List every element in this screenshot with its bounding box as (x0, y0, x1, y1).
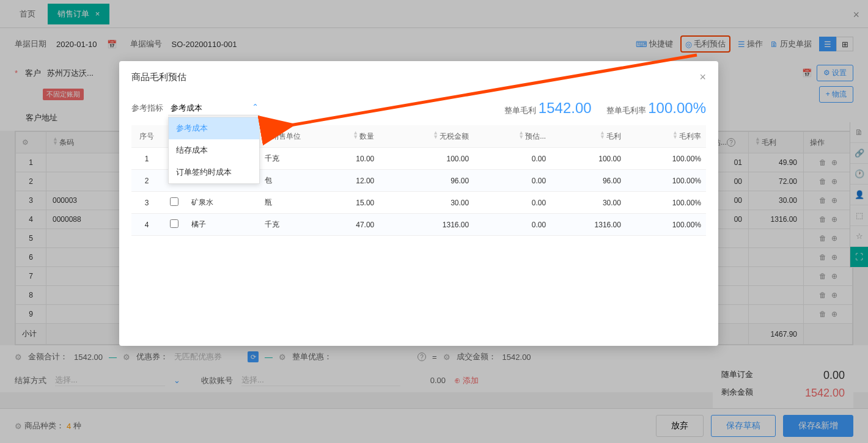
cell-est: 0.00 (474, 170, 551, 192)
total-rate-label: 整单毛利率 (606, 106, 646, 115)
cell-amount: 30.00 (379, 192, 474, 214)
col-unit[interactable]: 销售单位 (260, 125, 315, 148)
modal-summary: 整单毛利 1542.00 整单毛利率 100.00% (504, 100, 706, 117)
cell-est: 0.00 (474, 214, 551, 236)
sort-icon (433, 131, 438, 139)
cell-profit: 30.00 (551, 192, 626, 214)
row-checkbox[interactable] (170, 197, 178, 206)
sort-icon (265, 131, 270, 139)
sort-icon (353, 131, 358, 139)
total-profit-label: 整单毛利 (504, 106, 536, 115)
indicator-dropdown[interactable]: ⌄ 参考成本 结存成本 订单签约时成本 (168, 101, 260, 115)
indicator-label: 参考指标 (131, 103, 163, 114)
col-qty[interactable]: 数量 (315, 125, 379, 148)
cell-profit: 1316.00 (551, 214, 626, 236)
table-row[interactable]: 4 橘子 千克 47.00 1316.00 0.00 1316.00 100.0… (131, 214, 706, 236)
cell-amount: 96.00 (379, 170, 474, 192)
cell-amount: 1316.00 (379, 214, 474, 236)
cell-name: 橘子 (186, 214, 260, 236)
chevron-down-icon[interactable]: ⌄ (252, 102, 259, 111)
dropdown-option[interactable]: 结存成本 (169, 139, 259, 161)
cell-unit: 包 (260, 170, 315, 192)
col-profit[interactable]: 毛利 (551, 125, 626, 148)
cell-qty: 12.00 (315, 170, 379, 192)
col-est[interactable]: 预估... (474, 125, 551, 148)
dropdown-option[interactable]: 参考成本 (169, 117, 259, 139)
filter-row: 参考指标 ⌄ 参考成本 结存成本 订单签约时成本 整单毛利 1542.00 整单… (131, 93, 706, 125)
total-rate-value: 100.00% (648, 100, 706, 116)
cell-unit: 千克 (260, 214, 315, 236)
cell-name: 矿泉水 (186, 192, 260, 214)
cell-seq: 4 (131, 214, 162, 236)
cell-profit: 96.00 (551, 170, 626, 192)
modal-title: 商品毛利预估 (131, 71, 186, 83)
cell-rate: 100.00% (626, 170, 706, 192)
col-rate[interactable]: 毛利率 (626, 125, 706, 148)
profit-modal: 商品毛利预估 × 参考指标 ⌄ 参考成本 结存成本 订单签约时成本 整单毛利 1… (119, 61, 718, 346)
row-checkbox[interactable] (170, 219, 178, 228)
cell-amount: 100.00 (379, 148, 474, 170)
sort-icon (600, 131, 605, 139)
dropdown-menu: 参考成本 结存成本 订单签约时成本 (168, 117, 260, 184)
cell-est: 0.00 (474, 148, 551, 170)
cell-rate: 100.00% (626, 148, 706, 170)
dropdown-option[interactable]: 订单签约时成本 (169, 161, 259, 183)
modal-header: 商品毛利预估 × (119, 61, 718, 93)
cell-rate: 100.00% (626, 192, 706, 214)
cell-checkbox[interactable] (162, 214, 186, 236)
modal-body: 参考指标 ⌄ 参考成本 结存成本 订单签约时成本 整单毛利 1542.00 整单… (119, 93, 718, 346)
total-profit-value: 1542.00 (539, 100, 592, 116)
cell-qty: 47.00 (315, 214, 379, 236)
cell-est: 0.00 (474, 192, 551, 214)
col-amount[interactable]: 无税金额 (379, 125, 474, 148)
col-seq[interactable]: 序号 (131, 125, 162, 148)
cell-qty: 10.00 (315, 148, 379, 170)
close-icon[interactable]: × (699, 71, 706, 84)
cell-unit: 千克 (260, 148, 315, 170)
cell-seq: 3 (131, 192, 162, 214)
sort-icon (518, 131, 524, 139)
cell-profit: 100.00 (551, 148, 626, 170)
cell-seq: 1 (131, 148, 162, 170)
dropdown-input[interactable] (168, 101, 260, 115)
cell-unit: 瓶 (260, 192, 315, 214)
sort-icon (672, 131, 678, 139)
cell-rate: 100.00% (626, 214, 706, 236)
cell-checkbox[interactable] (162, 192, 186, 214)
cell-seq: 2 (131, 170, 162, 192)
cell-qty: 15.00 (315, 192, 379, 214)
table-row[interactable]: 3 矿泉水 瓶 15.00 30.00 0.00 30.00 100.00% (131, 192, 706, 214)
